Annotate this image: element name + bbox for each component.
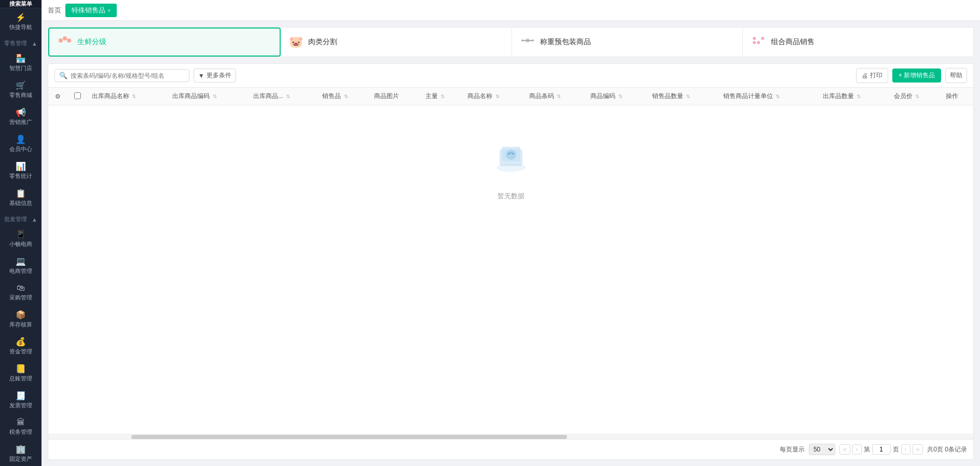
finance-icon: 💰 [16,337,26,347]
search-box[interactable]: 🔍 [54,69,189,82]
col-sales[interactable]: 销售品 ⇅ [318,88,370,105]
svg-point-1 [63,36,67,40]
member-icon: 👤 [16,134,26,144]
col-out-spec[interactable]: 出库商品... ⇅ [249,88,319,105]
sidebar-item-finance[interactable]: 💰 资金管理 [0,333,42,360]
tab-weigh-pack[interactable]: 称重预包装商品 [512,28,743,57]
sidebar-item-purchase[interactable]: 🛍 采购管理 [0,279,42,306]
scroll-bar-thumb[interactable] [131,435,567,439]
col-sales-qty[interactable]: 销售品数量 ⇅ [648,88,719,105]
invoice-icon: 🧾 [16,391,26,401]
svg-point-0 [59,38,63,43]
sidebar-search[interactable]: 搜索菜单 [0,0,42,8]
col-settings[interactable]: ⚙ [48,88,67,105]
first-page-button[interactable]: « [839,444,850,455]
active-tab[interactable]: 特殊销售品 × [65,4,117,17]
sidebar-item-inventory[interactable]: 📦 库存核算 [0,306,42,333]
svg-point-8 [757,41,760,44]
empty-icon [490,136,532,185]
sidebar-item-smart-store[interactable]: 🏪 智慧门店 [0,49,42,76]
col-out-qty[interactable]: 出库品数量 ⇅ [819,88,890,105]
svg-point-2 [67,38,71,43]
new-sales-button[interactable]: + 新增销售品 [892,68,941,83]
col-checkbox[interactable] [67,88,88,105]
table-area: 🔍 ▼ 更多条件 🖨 打印 + 新增销售品 帮助 [48,63,974,460]
col-member-price[interactable]: 会员价 ⇅ [890,88,942,105]
page-size-label: 每页显示 [780,445,805,454]
smart-store-icon: 🏪 [16,53,26,63]
sidebar-section-retail[interactable]: 零售管理 ▲ [0,37,42,49]
page-input[interactable] [872,444,891,455]
svg-point-14 [506,149,516,160]
topbar: 首页 特殊销售品 × [42,0,980,21]
svg-point-7 [753,37,756,40]
combo-sales-icon [751,35,766,49]
last-page-button[interactable]: » [913,444,923,455]
empty-state: 暂无数据 [48,105,973,232]
sidebar-item-ecommerce[interactable]: 💻 电商管理 [0,252,42,279]
scroll-bar-area[interactable] [48,434,973,439]
sidebar-item-quicknav[interactable]: ⚡ 快捷导航 [0,8,42,35]
sidebar-item-ledger[interactable]: 📒 总账管理 [0,360,42,387]
sidebar-item-retail-mall[interactable]: 🛒 零售商城 [0,76,42,103]
quicknav-icon: ⚡ [16,12,26,22]
retail-mall-icon: 🛒 [16,80,26,90]
col-sales-unit[interactable]: 销售商品计量单位 ⇅ [719,88,819,105]
svg-point-5 [521,39,523,42]
next-page-button[interactable]: › [901,444,910,455]
sidebar-item-tax[interactable]: 🏛 税务管理 [0,414,42,440]
tax-icon: 🏛 [17,418,25,427]
content-area: 生鲜分级 🐷 肉类分割 称重预包装商品 [42,21,980,466]
home-tab[interactable]: 首页 [48,6,61,15]
filter-button[interactable]: ▼ 更多条件 [194,68,236,83]
help-button[interactable]: 帮助 [945,68,967,83]
tab-fresh-grade[interactable]: 生鲜分级 [48,28,281,57]
col-out-name[interactable]: 出库商品名称 ⇅ [88,88,168,105]
sidebar-item-mini-app[interactable]: 📱 小畅电商 [0,225,42,252]
print-button[interactable]: 🖨 打印 [856,68,888,83]
sidebar-item-member[interactable]: 👤 会员中心 [0,130,42,157]
meat-cut-icon: 🐷 [289,35,303,49]
meat-cut-label: 肉类分割 [308,37,337,47]
table-toolbar: 🔍 ▼ 更多条件 🖨 打印 + 新增销售品 帮助 [48,64,973,88]
sidebar-item-retail-stats[interactable]: 📊 零售统计 [0,157,42,184]
toolbar-right: 🖨 打印 + 新增销售品 帮助 [856,68,967,83]
close-tab-icon[interactable]: × [107,7,111,13]
select-all-checkbox[interactable] [74,92,81,99]
svg-point-9 [761,37,764,40]
tab-combo-sales[interactable]: 组合商品销售 [743,28,973,57]
weigh-pack-icon [520,35,535,49]
search-input[interactable] [71,72,174,79]
weigh-pack-label: 称重预包装商品 [540,37,591,47]
table-header-row: ⚙ 出库商品名称 ⇅ 出库商品编码 ⇅ 出库商品... ⇅ 销售品 ⇅ 商品图片… [48,88,973,105]
col-goods-code[interactable]: 商品编码 ⇅ [586,88,648,105]
svg-point-6 [532,39,534,42]
col-goods-name[interactable]: 商品名称 ⇅ [463,88,525,105]
col-image: 商品图片 [370,88,421,105]
sidebar-item-invoice[interactable]: 🧾 发票管理 [0,387,42,414]
sidebar-section-wholesale[interactable]: 批发管理 ▲ [0,213,42,225]
search-icon: 🔍 [59,72,67,79]
main-area: 首页 特殊销售品 × 生鲜分级 🐷 [42,0,980,466]
page-label: 页 [893,445,899,454]
page-label-before: 第 [864,445,870,454]
pagination: 每页显示 10 20 50 100 « ‹ 第 页 › » 共0页 0条记录 [48,439,973,459]
sidebar-item-basic-info[interactable]: 📋 基础信息 [0,184,42,211]
empty-text: 暂无数据 [498,191,524,201]
sidebar-item-marketing[interactable]: 📢 营销推广 [0,103,42,130]
fresh-grade-icon [58,35,72,49]
col-weight[interactable]: 主量 ⇅ [421,88,464,105]
page-size-select[interactable]: 10 20 50 100 [809,444,835,455]
fresh-grade-label: 生鲜分级 [77,37,106,47]
sidebar: 搜索菜单 ⚡ 快捷导航 零售管理 ▲ 🏪 智慧门店 🛒 零售商城 📢 营销推广 … [0,0,42,466]
tab-meat-cut[interactable]: 🐷 肉类分割 [281,28,512,57]
ledger-icon: 📒 [16,364,26,374]
retail-stats-icon: 📊 [16,161,26,171]
col-out-code[interactable]: 出库商品编码 ⇅ [168,88,249,105]
sidebar-item-assets[interactable]: 🏢 固定资产 [0,440,42,466]
combo-sales-label: 组合商品销售 [771,37,815,47]
prev-page-button[interactable]: ‹ [852,444,862,455]
col-goods-barcode[interactable]: 商品条码 ⇅ [525,88,587,105]
inventory-icon: 📦 [16,310,26,320]
col-actions: 操作 [942,88,973,105]
